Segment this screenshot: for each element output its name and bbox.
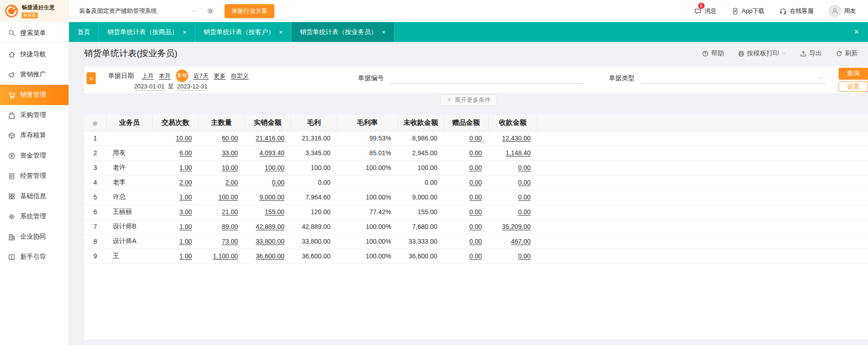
drilldown-link[interactable]: 9,000.00	[260, 193, 285, 201]
settings-gear-icon[interactable]	[206, 7, 214, 15]
column-header[interactable]: 主数量	[198, 115, 244, 131]
drilldown-link[interactable]: 21.00	[222, 208, 238, 216]
online-service-button[interactable]: 在线客服	[779, 7, 814, 15]
help-button[interactable]: 帮助	[702, 49, 724, 58]
drilldown-link[interactable]: 2.00	[226, 179, 238, 186]
drilldown-link[interactable]: 33,800.00	[256, 238, 284, 245]
drilldown-link[interactable]: 0.00	[469, 164, 482, 171]
drilldown-link[interactable]: 1.00	[179, 164, 192, 171]
drilldown-link[interactable]: 1.00	[179, 223, 192, 230]
date-quick-option[interactable]: 更多	[214, 72, 226, 80]
date-quick-option[interactable]: 自定义	[231, 72, 249, 80]
date-quick-option[interactable]: 近7天	[193, 72, 208, 80]
tab[interactable]: 首页	[69, 22, 99, 42]
column-settings-header[interactable]	[84, 115, 106, 131]
sidebar-item[interactable]: 销售管理	[0, 85, 69, 105]
expand-more-conditions-button[interactable]: 展开更多条件	[440, 94, 497, 106]
query-button[interactable]: 查询	[839, 68, 868, 80]
export-button[interactable]: 导出	[800, 49, 822, 58]
date-quick-option[interactable]: 本年	[176, 70, 188, 82]
collapse-filter-button[interactable]: »	[87, 72, 96, 84]
drilldown-link[interactable]: 2.00	[179, 179, 192, 186]
column-header[interactable]: 毛利率	[337, 115, 398, 131]
drilldown-link[interactable]: 0.00	[469, 208, 482, 216]
messages-button[interactable]: 6 消息	[694, 7, 717, 15]
drilldown-link[interactable]: 4,093.40	[260, 149, 285, 157]
drilldown-link[interactable]: 36,600.00	[256, 252, 284, 260]
sidebar-item[interactable]: 快捷导航	[0, 44, 69, 64]
date-quick-option[interactable]: 上月	[142, 72, 154, 80]
drilldown-link[interactable]: 10.00	[176, 134, 192, 142]
sidebar-item[interactable]: 企业协同	[0, 227, 69, 247]
trial-industry-button[interactable]: 体验行业方案	[225, 4, 274, 18]
drilldown-link[interactable]: 35,209.00	[502, 223, 531, 230]
sidebar-item[interactable]: 营销推广	[0, 64, 69, 85]
column-header[interactable]: 未收款金额	[398, 115, 444, 131]
drilldown-link[interactable]: 0.00	[469, 252, 482, 260]
settings-button[interactable]: 设置	[839, 82, 868, 92]
column-header[interactable]: 交易次数	[152, 115, 198, 131]
sidebar-item[interactable]: 搜索菜单	[0, 23, 69, 43]
column-header[interactable]: 毛利	[291, 115, 337, 131]
tab-close-icon[interactable]: ×	[279, 29, 283, 36]
close-all-tabs-icon[interactable]: ×	[845, 22, 868, 42]
drilldown-link[interactable]: 0.00	[469, 134, 482, 142]
drilldown-link[interactable]: 0.00	[469, 179, 482, 186]
drilldown-link[interactable]: 89.00	[222, 223, 238, 230]
doc-type-select[interactable]	[641, 73, 825, 84]
drilldown-link[interactable]: 1,100.00	[213, 252, 238, 260]
column-header[interactable]: 赠品金额	[444, 115, 488, 131]
sidebar-item[interactable]: 资金管理	[0, 146, 69, 166]
tab-close-icon[interactable]: ×	[382, 29, 385, 36]
drilldown-link[interactable]: 467.00	[511, 238, 531, 245]
drilldown-link[interactable]: 0.00	[469, 149, 482, 157]
tab[interactable]: 销货单统计表（按商品）×	[99, 22, 195, 42]
drilldown-link[interactable]: 33.00	[222, 149, 238, 157]
print-by-template-button[interactable]: 按模板打印	[738, 49, 786, 58]
sidebar-item[interactable]: 系统管理	[0, 206, 69, 227]
tab[interactable]: 销货单统计表（按业务员）×	[291, 22, 394, 42]
sidebar-item[interactable]: 经营管理	[0, 166, 69, 186]
sidebar-item[interactable]: 新手引导	[0, 247, 69, 267]
drilldown-link[interactable]: 10.00	[222, 164, 238, 171]
drilldown-link[interactable]: 21,416.00	[256, 134, 284, 142]
date-quick-option[interactable]: 本月	[159, 72, 171, 80]
app-download-button[interactable]: App下载	[731, 7, 764, 15]
column-header[interactable]: 实销金额	[244, 115, 291, 131]
drilldown-link[interactable]: 0.00	[518, 164, 531, 171]
drilldown-link[interactable]: 73.00	[222, 238, 238, 245]
drilldown-link[interactable]: 100.00	[265, 164, 284, 171]
drilldown-link[interactable]: 0.00	[518, 208, 531, 216]
drilldown-link[interactable]: 0.00	[469, 238, 482, 245]
drilldown-link[interactable]: 100.00	[218, 193, 238, 201]
drilldown-link[interactable]: 0.00	[518, 252, 531, 260]
drilldown-link[interactable]: 12,430.00	[502, 134, 531, 142]
sidebar-item[interactable]: 库存核算	[0, 125, 69, 146]
drilldown-link[interactable]: 0.00	[518, 179, 531, 186]
drilldown-link[interactable]: 0.00	[272, 179, 284, 186]
column-header[interactable]: 收款金额	[488, 115, 537, 131]
drilldown-link[interactable]: 0.00	[469, 193, 482, 201]
doc-no-input[interactable]	[390, 73, 584, 84]
sidebar-item[interactable]: 采购管理	[0, 105, 69, 125]
drilldown-link[interactable]: 1.00	[179, 238, 192, 245]
drilldown-link[interactable]: 1,148.40	[506, 149, 531, 157]
drilldown-link[interactable]: 60.00	[222, 134, 238, 142]
tab[interactable]: 销货单统计表（按客户）×	[195, 22, 291, 42]
drilldown-link[interactable]: 0.00	[469, 223, 482, 230]
drilldown-link[interactable]: 155.00	[265, 208, 284, 216]
date-from-field[interactable]: 2023-01-01	[134, 83, 165, 91]
drilldown-link[interactable]: 1.00	[179, 252, 192, 260]
date-to-field[interactable]: 2023-12-31	[177, 83, 208, 91]
drilldown-link[interactable]: 1.00	[179, 193, 192, 201]
system-select[interactable]: 装备及固定资产辅助管理系统	[76, 5, 200, 18]
refresh-button[interactable]: 刷新	[836, 49, 858, 58]
column-header[interactable]: 业务员	[106, 115, 152, 131]
sidebar-item[interactable]: 基础信息	[0, 186, 69, 206]
drilldown-link[interactable]: 3.00	[179, 208, 192, 216]
drilldown-link[interactable]: 0.00	[518, 193, 531, 201]
tab-close-icon[interactable]: ×	[183, 29, 186, 36]
user-menu[interactable]: 用友	[828, 5, 856, 18]
drilldown-link[interactable]: 42,889.00	[256, 223, 284, 230]
drilldown-link[interactable]: 6.00	[179, 149, 192, 157]
